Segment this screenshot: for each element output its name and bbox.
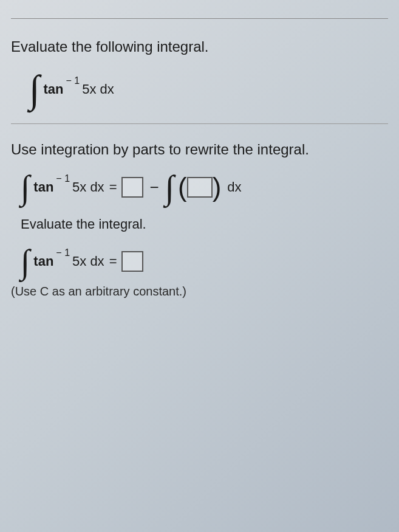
problem-container: Evaluate the following integral. ∫ tan −…	[0, 6, 399, 317]
close-paren: )	[213, 176, 222, 198]
integral-sign-icon: ∫	[21, 244, 30, 278]
answer-box-1[interactable]	[121, 177, 143, 198]
equals-sign: =	[109, 254, 117, 269]
function-tan: tan	[33, 179, 53, 195]
integral-sign-icon: ∫	[29, 70, 40, 109]
instruction-step1: Use integration by parts to rewrite the …	[11, 141, 388, 158]
function-tan: tan	[44, 81, 64, 97]
integral-expression: ∫ tan − 1 5x dx	[29, 70, 388, 109]
minus-sign: −	[149, 178, 159, 197]
argument: 5x dx	[72, 179, 104, 195]
function-tan: tan	[33, 254, 53, 269]
exponent: − 1	[56, 173, 70, 184]
top-divider	[11, 18, 388, 19]
instruction-step2: Evaluate the integral.	[21, 216, 388, 232]
integral-sign-icon: ∫	[21, 170, 30, 204]
exponent: − 1	[66, 75, 80, 86]
argument: 5x dx	[72, 254, 104, 269]
hint-text: (Use C as an arbitrary constant.)	[11, 285, 388, 299]
problem-title: Evaluate the following integral.	[11, 38, 388, 55]
equation-row-2: ∫ tan − 1 5x dx =	[21, 244, 388, 278]
answer-box-2[interactable]	[187, 177, 213, 198]
dx-end: dx	[227, 179, 241, 195]
equation-row-1: ∫ tan − 1 5x dx = − ∫ ( ) dx	[21, 170, 388, 204]
argument: 5x dx	[82, 81, 114, 97]
open-paren: (	[178, 176, 187, 198]
exponent: − 1	[56, 247, 70, 258]
integral-sign-icon: ∫	[165, 170, 174, 204]
divider	[11, 123, 388, 124]
equals-sign: =	[109, 179, 117, 195]
answer-box-3[interactable]	[121, 251, 143, 272]
